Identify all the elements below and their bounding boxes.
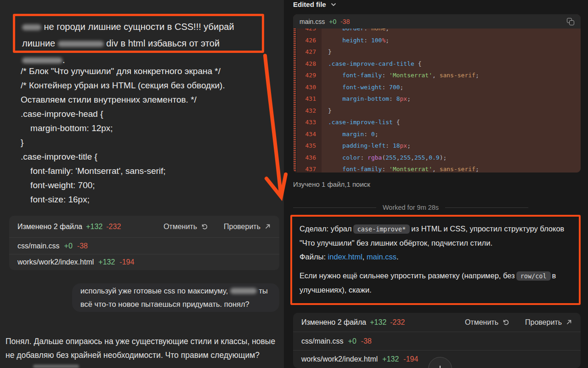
edited-file-header[interactable]: Edited file [293, 0, 336, 8]
line-code: margin-bottom: 8px; [322, 93, 581, 105]
review-button[interactable]: Проверить [224, 223, 271, 231]
changes-title: Изменено 2 файла [301, 318, 366, 327]
line-number: 436 [297, 152, 322, 164]
changed-files-header: Изменено 2 файла +132 -232 Отменить Пров… [293, 313, 581, 332]
snippet-line: .case-improve-title { [21, 150, 225, 164]
code-line: 437 font-family: 'Montserrat', sans-seri… [297, 163, 581, 172]
line-number: 427 [297, 46, 322, 58]
diff-code-view: 425 border: none;426 height: 100%;427}42… [293, 29, 581, 172]
highlighted-user-message: не городи лишние сущности в CSS!!! убира… [13, 14, 264, 53]
file-row[interactable]: css/main.css+0-38 [293, 332, 581, 350]
review-label: Проверить [525, 318, 562, 327]
undo-icon [201, 223, 208, 230]
studied-summary: Изучено 1 файл,1 поиск [293, 180, 370, 188]
code-lines: 425 border: none;426 height: 100%;427}42… [297, 29, 581, 172]
review-button[interactable]: Проверить [525, 318, 572, 327]
snippet-line: font-size: 16px; [21, 192, 225, 207]
code-line: 427} [297, 46, 581, 58]
message-text: . [62, 55, 65, 65]
summary-text: Сделал: убрал [300, 224, 352, 233]
arrow-up-right-icon [565, 319, 572, 326]
line-code: } [322, 105, 581, 117]
files-label: Файлы: [300, 253, 326, 261]
arrow-up-right-icon [264, 223, 271, 230]
summary-paragraph: Если нужно ещё сильнее упростить разметк… [300, 269, 571, 297]
line-number: 428 [297, 58, 322, 70]
pasted-css-snippet: /* Блок "Что улучшили" для конкретного э… [21, 64, 225, 207]
message-text: ты [259, 287, 267, 295]
user-message-bubble: используй уже готовые css по максимуму, … [72, 283, 279, 312]
line-number: 430 [297, 81, 322, 93]
worked-duration: Worked for 9m 28s [383, 204, 439, 211]
summary-text: Если нужно ещё сильнее упростить разметк… [300, 271, 515, 280]
file-link-index-html[interactable]: index.html [328, 253, 362, 261]
changes-title: Изменено 2 файла [17, 223, 82, 231]
message-text: не городи лишние сущности в CSS!!! убира… [44, 22, 234, 32]
line-code: .case-improve-list { [322, 116, 581, 128]
code-line: 431 margin-bottom: 8px; [297, 93, 581, 105]
chevron-down-icon [331, 3, 336, 6]
line-number: 432 [297, 105, 322, 117]
file-path: css/main.css [301, 337, 344, 345]
diff-code-card[interactable]: main.css +0 -38 425 border: none;426 hei… [293, 14, 581, 172]
undo-icon [502, 319, 509, 326]
lines-added: +132 [86, 223, 102, 231]
line-number: 426 [297, 34, 322, 46]
line-number: 434 [297, 128, 322, 140]
edited-file-label: Edited file [293, 0, 326, 8]
snippet-line: .case-improve-head { [21, 107, 225, 121]
lines-added: +132 [370, 318, 386, 327]
file-link-main-css[interactable]: main.css [367, 253, 396, 261]
lines-removed: -232 [390, 318, 405, 327]
file-path: works/work2/index.html [17, 258, 94, 266]
line-number: 425 [297, 29, 322, 34]
message-text: div в html избавься от этой [106, 38, 220, 48]
line-number: 431 [297, 93, 322, 105]
line-number: 435 [297, 140, 322, 152]
copy-icon[interactable] [567, 18, 574, 25]
file-lines-removed: -194 [403, 355, 418, 363]
code-line: 429 font-family: 'Montserrat', sans-seri… [297, 69, 581, 81]
line-code: } [322, 46, 581, 58]
code-line: 430 font-weight: 700; [297, 81, 581, 93]
snippet-line: margin-bottom: 12px; [21, 121, 225, 135]
code-line: 425 border: none; [297, 29, 581, 34]
summary-text: . [396, 253, 399, 261]
code-line: 434 margin: 0; [297, 128, 581, 140]
changed-files-list: css/main.css+0-38works/work2/index.html+… [9, 238, 279, 270]
summary-text: , [362, 253, 367, 261]
message-line: используй уже готовые css по максимуму, … [80, 284, 271, 298]
changed-files-header: Изменено 2 файла +132 -232 Отменить Пров… [9, 216, 279, 238]
snippet-line: font-weight: 700; [21, 178, 225, 192]
highlighted-assistant-summary: Сделал: убралcase-improve*из HTML и CSS,… [290, 215, 581, 305]
inline-code-chip: row/col [516, 271, 551, 281]
chat-panel: не городи лишние сущности в CSS!!! убира… [0, 0, 284, 368]
line-number: 437 [297, 163, 322, 172]
code-line: 433.case-improve-list { [297, 116, 581, 128]
line-number: 429 [297, 69, 322, 81]
worked-divider: Worked for 9m 28s [293, 204, 528, 211]
code-line: 432} [297, 105, 581, 117]
file-row[interactable]: css/main.css+0-38 [9, 238, 279, 254]
message-text: используй уже готовые css по максимуму, [80, 287, 228, 295]
code-line: 435 padding-left: 18px; [297, 140, 581, 152]
undo-label: Отменить [465, 318, 498, 327]
file-row[interactable]: works/work2/index.html+132-194 [9, 254, 279, 270]
line-code: font-family: 'Montserrat', sans-serif; [322, 163, 581, 172]
code-line: 436 color: rgba(255,255,255,0.9); [297, 152, 581, 164]
undo-button[interactable]: Отменить [465, 318, 509, 327]
assistant-reply-text: Понял. Дальше опираюсь на уже существующ… [6, 334, 281, 362]
message-line: не городи лишние сущности в CSS!!! убира… [22, 18, 255, 35]
message-line: всё что-то новое пытаешься придумать. по… [80, 298, 271, 311]
snippet-line: font-family: 'Montserrat', sans-serif; [21, 164, 225, 178]
line-code: .case-improve-card-title { [322, 58, 581, 70]
message-line: лишние div в html избавься от этой . [22, 35, 255, 68]
code-line: 426 height: 100%; [297, 34, 581, 46]
inline-code-chip: case-improve* [353, 224, 410, 234]
agent-work-panel: Edited file main.css +0 -38 425 border: … [284, 0, 588, 368]
line-code: height: 100%; [322, 34, 581, 46]
line-number: 433 [297, 116, 322, 128]
line-code: margin: 0; [322, 128, 581, 140]
undo-button[interactable]: Отменить [164, 223, 208, 231]
changed-files-card: Изменено 2 файла +132 -232 Отменить Пров… [9, 216, 279, 270]
